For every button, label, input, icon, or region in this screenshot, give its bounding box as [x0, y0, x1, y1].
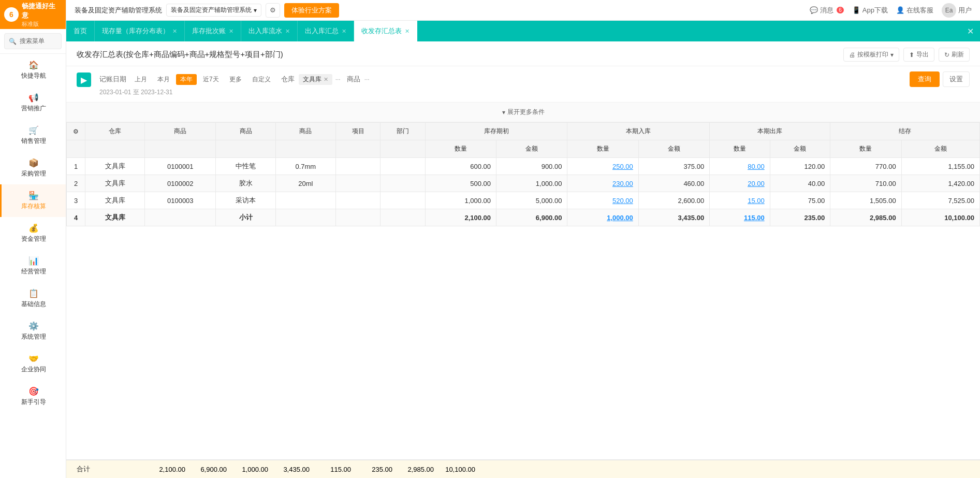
page-title: 收发存汇总表(按仓库+商品编码+商品+规格型号+项目+部门) — [77, 50, 283, 60]
tab-batch[interactable]: 库存批次账 ✕ — [185, 21, 241, 41]
cell-out-qty[interactable]: 115.00 — [710, 209, 770, 226]
col-subheader-out-qty: 数量 — [710, 140, 770, 158]
service-icon: 👤 — [896, 6, 904, 14]
tab-home[interactable]: 首页 — [66, 21, 95, 41]
marketing-icon: 📢 — [28, 93, 39, 103]
col-header-out: 本期出库 — [710, 123, 830, 140]
tab-recv-send-summary[interactable]: 收发存汇总表 ✕ — [354, 21, 417, 41]
cell-balance-amt: 1,155.00 — [901, 158, 979, 175]
phone-icon: 📱 — [852, 6, 860, 14]
refresh-button[interactable]: ↻ 刷新 — [939, 48, 970, 62]
gear-icon: ⚙ — [270, 6, 276, 14]
guide-icon: 🎯 — [28, 386, 39, 396]
footer-balance-qty: 2,985.00 — [398, 466, 439, 473]
message-badge: 6 — [837, 7, 844, 13]
cell-in-amt: 2,600.00 — [638, 192, 709, 209]
search-menu-button[interactable]: 🔍 搜索菜单 — [4, 33, 62, 49]
export-button[interactable]: ⬆ 导出 — [903, 48, 934, 62]
tab-close-in-out-flow[interactable]: ✕ — [285, 28, 290, 35]
cell-dept — [381, 175, 425, 192]
cell-out-qty[interactable]: 80.00 — [710, 158, 770, 175]
cell-out-qty[interactable]: 20.00 — [710, 175, 770, 192]
col-header-settings[interactable]: ⚙ — [67, 123, 85, 140]
top-header-left: 装备及固定资产辅助管理系统 装备及固定资产辅助管理系统 ▾ ⚙ 体验行业方案 — [75, 3, 339, 18]
expand-more-button[interactable]: ▾ 展开更多条件 — [497, 106, 550, 119]
sidebar-item-purchase[interactable]: 📦 采购管理 — [0, 152, 66, 184]
sidebar-item-guide[interactable]: 🎯 新手引导 — [0, 380, 66, 413]
table-row: 4文具库小计2,100.006,900.001,000.003,435.0011… — [67, 209, 980, 226]
filter-content: 记账日期 上月 本月 本年 近7天 更多 自定义 仓库 — [99, 71, 970, 97]
col-header-project: 项目 — [336, 123, 381, 140]
col-subheader-opening-qty: 数量 — [425, 140, 496, 158]
system-name: 装备及固定资产辅助管理系统 — [75, 6, 162, 15]
tab-inventory-dist[interactable]: 现存量（库存分布表） ✕ — [95, 21, 185, 41]
sidebar-item-operations[interactable]: 📊 经营管理 — [0, 250, 66, 282]
footer-label: 合计 — [71, 465, 149, 474]
sidebar-item-marketing[interactable]: 📢 营销推广 — [0, 86, 66, 119]
sidebar-item-quick-nav[interactable]: 🏠 快捷导航 — [0, 54, 66, 86]
cell-warehouse: 文具库 — [85, 158, 145, 175]
sidebar-item-inventory[interactable]: 🏪 库存核算 — [0, 184, 66, 217]
cell-out-qty[interactable]: 15.00 — [710, 192, 770, 209]
footer-out-amt: 235.00 — [356, 466, 398, 473]
tab-close-inventory-dist[interactable]: ✕ — [172, 28, 177, 35]
col-header-dept: 部门 — [381, 123, 425, 140]
date-preset-7days[interactable]: 近7天 — [199, 74, 223, 85]
product-filter-more[interactable]: ··· — [364, 76, 370, 83]
cell-spec: 20ml — [275, 175, 336, 192]
date-preset-custom[interactable]: 自定义 — [248, 74, 275, 85]
date-preset-last-month[interactable]: 上月 — [130, 74, 151, 85]
settings-button[interactable]: ⚙ — [266, 3, 280, 18]
cell-in-qty[interactable]: 1,000.00 — [567, 209, 638, 226]
user-profile[interactable]: Ea 用户 — [942, 3, 972, 18]
system-dropdown[interactable]: 装备及固定资产辅助管理系统 ▾ — [166, 4, 261, 17]
tab-in-out-flow[interactable]: 出入库流水 ✕ — [241, 21, 298, 41]
sidebar-item-enterprise[interactable]: 🤝 企业协同 — [0, 347, 66, 380]
cell-in-qty[interactable]: 230.00 — [567, 175, 638, 192]
date-preset-this-year[interactable]: 本年 — [176, 74, 197, 85]
cell-no: 1 — [67, 158, 85, 175]
col-subheader-no — [67, 140, 85, 158]
app-logo: 6 畅捷通好生意 标准版 — [0, 0, 66, 29]
app-download-button[interactable]: 📱 App下载 — [852, 6, 888, 15]
warehouse-filter-more[interactable]: ··· — [335, 76, 341, 83]
cell-in-qty[interactable]: 250.00 — [567, 158, 638, 175]
cell-balance-qty: 2,985.00 — [830, 209, 901, 226]
tab-bar-close-button[interactable]: ✕ — [967, 26, 974, 36]
main-area: 装备及固定资产辅助管理系统 装备及固定资产辅助管理系统 ▾ ⚙ 体验行业方案 💬… — [66, 0, 980, 478]
warehouse-tag-close[interactable]: ✕ — [324, 76, 328, 83]
chevron-down-icon: ▾ — [890, 51, 894, 59]
sidebar-search-area: 🔍 搜索菜单 — [0, 29, 66, 54]
sidebar-item-finance[interactable]: 💰 资金管理 — [0, 217, 66, 250]
tab-close-recv-send-summary[interactable]: ✕ — [405, 28, 409, 35]
col-header-product-code: 商品 — [145, 123, 216, 140]
tab-close-in-out-summary[interactable]: ✕ — [342, 28, 346, 35]
cell-spec: 0.7mm — [275, 158, 336, 175]
filter-toggle-button[interactable]: ▶ — [77, 73, 91, 87]
tab-in-out-summary[interactable]: 出入库汇总 ✕ — [298, 21, 354, 41]
cell-opening-amt: 1,000.00 — [496, 175, 567, 192]
print-button[interactable]: 🖨 按模板打印 ▾ — [843, 48, 899, 62]
query-button[interactable]: 查询 — [910, 71, 940, 87]
cell-opening-qty: 2,100.00 — [425, 209, 496, 226]
settings-filter-button[interactable]: 设置 — [943, 71, 970, 87]
col-subheader-opening-amt: 金额 — [496, 140, 567, 158]
online-service-button[interactable]: 👤 在线客服 — [896, 6, 933, 15]
warehouse-filter-group: 仓库 文具库 ✕ ··· — [281, 74, 341, 85]
tab-close-batch[interactable]: ✕ — [229, 28, 233, 35]
footer-balance-amt: 10,100.00 — [439, 466, 480, 473]
trial-button[interactable]: 体验行业方案 — [284, 3, 339, 18]
message-button[interactable]: 💬 消息 6 — [810, 6, 844, 15]
product-filter-label: 商品 — [347, 75, 360, 84]
col-subheader-product-name — [216, 140, 275, 158]
date-preset-more[interactable]: 更多 — [225, 74, 246, 85]
sidebar-item-sales[interactable]: 🛒 销售管理 — [0, 119, 66, 152]
date-preset-this-month[interactable]: 本月 — [153, 74, 174, 85]
warehouse-filter-label: 仓库 — [281, 75, 295, 84]
table-footer: 合计 2,100.00 6,900.00 1,000.00 3,435.00 1… — [66, 459, 980, 478]
sidebar-item-system[interactable]: ⚙️ 系统管理 — [0, 315, 66, 347]
sidebar-item-basic[interactable]: 📋 基础信息 — [0, 282, 66, 315]
cell-in-qty[interactable]: 520.00 — [567, 192, 638, 209]
cell-project — [336, 158, 381, 175]
cell-balance-qty: 710.00 — [830, 175, 901, 192]
